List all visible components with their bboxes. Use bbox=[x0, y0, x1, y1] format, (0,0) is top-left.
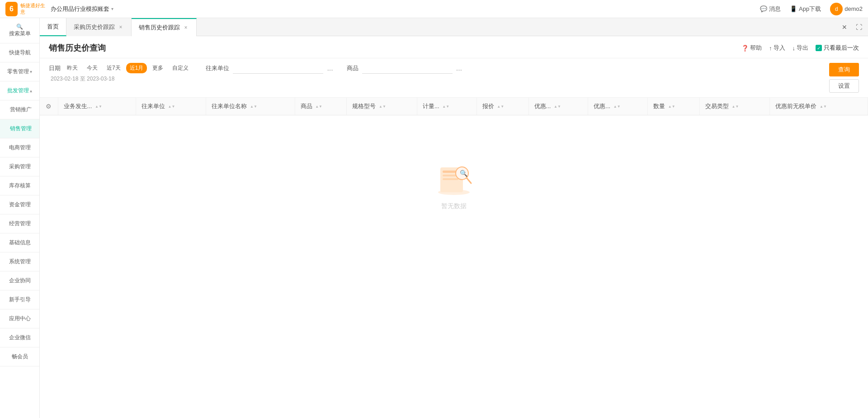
chevron-down-icon: ▾ bbox=[30, 69, 32, 74]
close-sales-tab-btn[interactable]: × bbox=[183, 24, 189, 31]
date-btn-yesterday[interactable]: 昨天 bbox=[63, 63, 81, 73]
partner-input[interactable] bbox=[233, 63, 323, 74]
top-right: 💬 消息 📱 App下载 d demo2 bbox=[760, 3, 863, 15]
sidebar-item-sales-mgmt[interactable]: 销售管理 bbox=[0, 119, 39, 138]
sidebar-item-finance[interactable]: 资金管理 bbox=[0, 195, 39, 214]
sidebar-item-app-center[interactable]: 应用中心 bbox=[0, 309, 39, 328]
export-icon: ↓ bbox=[793, 45, 796, 52]
sort-icon: ▲▼ bbox=[379, 104, 386, 109]
sort-icon: ▲▼ bbox=[250, 104, 257, 109]
action-buttons: 查询 设置 bbox=[829, 63, 859, 93]
sidebar-item-retail[interactable]: 零售管理 ▾ bbox=[0, 62, 39, 81]
messages-btn[interactable]: 💬 消息 bbox=[760, 5, 781, 13]
date-btn-more[interactable]: 更多 bbox=[149, 63, 167, 73]
svg-rect-3 bbox=[443, 175, 456, 176]
maximize-btn[interactable]: ⛶ bbox=[854, 22, 864, 33]
empty-text: 暂无数据 bbox=[441, 202, 467, 210]
date-btn-today[interactable]: 今天 bbox=[83, 63, 101, 73]
sidebar-item-ecommerce[interactable]: 电商管理 bbox=[0, 138, 39, 157]
help-btn[interactable]: ❓ 帮助 bbox=[741, 44, 762, 52]
date-btn-custom[interactable]: 自定义 bbox=[169, 63, 192, 73]
page-title: 销售历史价查询 bbox=[49, 43, 106, 53]
user-menu[interactable]: d demo2 bbox=[830, 3, 863, 15]
sidebar-item-wholesale[interactable]: 批发管理 ▴ bbox=[0, 81, 39, 100]
partner-goods-filters: 往来单位 ... 商品 ... bbox=[206, 63, 816, 74]
sidebar-item-marketing[interactable]: 营销推广 bbox=[0, 100, 39, 119]
logo-text: 畅捷通好生意 bbox=[20, 3, 45, 14]
goods-dots[interactable]: ... bbox=[456, 64, 462, 72]
logo-icon: 6 bbox=[5, 2, 18, 16]
table-col-discount2[interactable]: 优惠... ▲▼ bbox=[588, 98, 648, 115]
company-selector[interactable]: 办公用品行业模拟账套 ▾ bbox=[45, 5, 119, 13]
logo-area: 6 畅捷通好生意 bbox=[5, 2, 45, 16]
table-col-spec[interactable]: 规格型号 ▲▼ bbox=[347, 98, 417, 115]
chevron-up-icon: ▴ bbox=[30, 88, 32, 93]
sort-icon: ▲▼ bbox=[95, 104, 102, 109]
query-button[interactable]: 查询 bbox=[829, 63, 859, 76]
table-col-discount1[interactable]: 优惠... ▲▼ bbox=[528, 98, 588, 115]
table-col-pretax-price[interactable]: 优惠前无税单价 ▲▼ bbox=[770, 98, 868, 115]
export-btn[interactable]: ↓ 导出 bbox=[793, 44, 809, 52]
table-col-quantity[interactable]: 数量 ▲▼ bbox=[648, 98, 700, 115]
sort-icon: ▲▼ bbox=[820, 104, 827, 109]
table-col-trade-type[interactable]: 交易类型 ▲▼ bbox=[699, 98, 769, 115]
date-buttons: 昨天 今天 近7天 近1月 更多 自定义 bbox=[63, 63, 192, 73]
sort-icon: ▲▼ bbox=[668, 104, 675, 109]
sidebar-item-operations[interactable]: 经营管理 bbox=[0, 214, 39, 233]
checkbox-icon: ✓ bbox=[816, 45, 822, 51]
table-col-goods[interactable]: 商品 ▲▼ bbox=[295, 98, 347, 115]
date-filter-group: 日期 昨天 今天 近7天 近1月 更多 自定义 2023-02-18 至 202… bbox=[49, 63, 192, 83]
table-col-partner-name[interactable]: 往来单位名称 ▲▼ bbox=[206, 98, 295, 115]
table-settings-icon[interactable]: ⚙ bbox=[46, 103, 52, 110]
data-table: ⚙ 业务发生... ▲▼ 往来单位 ▲▼ 往来单位名称 bbox=[40, 98, 868, 115]
search-icon: 🔍 bbox=[16, 24, 23, 30]
svg-text:🔍: 🔍 bbox=[460, 170, 468, 177]
sidebar-item-inventory[interactable]: 库存核算 bbox=[0, 176, 39, 195]
close-purchase-tab-btn[interactable]: × bbox=[118, 24, 124, 30]
table-col-partner-code[interactable]: 往来单位 ▲▼ bbox=[136, 98, 206, 115]
avatar: d bbox=[830, 3, 843, 15]
sort-icon: ▲▼ bbox=[613, 104, 621, 109]
help-icon: ❓ bbox=[741, 45, 749, 52]
sort-icon: ▲▼ bbox=[554, 104, 561, 109]
sidebar-item-system[interactable]: 系统管理 bbox=[0, 252, 39, 271]
company-name: 办公用品行业模拟账套 bbox=[51, 5, 109, 13]
sidebar-item-purchase[interactable]: 采购管理 bbox=[0, 157, 39, 176]
sort-icon: ▲▼ bbox=[497, 104, 504, 109]
sidebar-item-shortcuts[interactable]: 快捷导航 bbox=[0, 43, 39, 62]
header-actions: ❓ 帮助 ↑ 导入 ↓ 导出 ✓ 只看最后一 bbox=[741, 44, 859, 52]
only-last-toggle[interactable]: ✓ 只看最后一次 bbox=[816, 44, 859, 52]
sort-icon: ▲▼ bbox=[442, 104, 449, 109]
table-col-quoted-price[interactable]: 报价 ▲▼ bbox=[476, 98, 528, 115]
date-btn-7days[interactable]: 近7天 bbox=[103, 63, 124, 73]
sidebar-item-base-info[interactable]: 基础信息 bbox=[0, 233, 39, 252]
date-btn-1month[interactable]: 近1月 bbox=[126, 63, 147, 73]
tab-purchase-history[interactable]: 采购历史价跟踪 × bbox=[66, 18, 132, 36]
table-area: ⚙ 业务发生... ▲▼ 往来单位 ▲▼ 往来单位名称 bbox=[40, 98, 868, 418]
top-bar: 6 畅捷通好生意 办公用品行业模拟账套 ▾ 💬 消息 📱 App下载 d dem… bbox=[0, 0, 868, 18]
sidebar-item-corp-collab[interactable]: 企业协同 bbox=[0, 271, 39, 290]
partner-dots[interactable]: ... bbox=[327, 64, 333, 72]
goods-input[interactable] bbox=[362, 63, 453, 74]
sidebar-item-corp-wechat[interactable]: 企业微信 bbox=[0, 328, 39, 347]
sort-icon: ▲▼ bbox=[168, 104, 175, 109]
settings-button[interactable]: 设置 bbox=[829, 79, 859, 93]
import-btn[interactable]: ↑ 导入 bbox=[769, 44, 785, 52]
partner-filter: 往来单位 ... bbox=[206, 63, 333, 74]
sidebar-item-guide[interactable]: 新手引导 bbox=[0, 290, 39, 309]
table-col-unit[interactable]: 计量... ▲▼ bbox=[417, 98, 476, 115]
close-all-tabs-btn[interactable]: ✕ bbox=[839, 22, 850, 33]
phone-icon: 📱 bbox=[790, 5, 797, 12]
sidebar-item-member[interactable]: 畅会员 bbox=[0, 347, 39, 366]
sidebar-item-search[interactable]: 🔍 搜索菜单 bbox=[0, 18, 39, 43]
empty-illustration: 🔍 bbox=[431, 161, 476, 197]
app-download-btn[interactable]: 📱 App下载 bbox=[790, 5, 821, 13]
goods-filter: 商品 ... bbox=[347, 63, 462, 74]
tab-home[interactable]: 首页 bbox=[40, 18, 66, 36]
message-icon: 💬 bbox=[760, 5, 767, 12]
content-area: 首页 采购历史价跟踪 × 销售历史价跟踪 × ✕ ⛶ 销售历史价查询 bbox=[40, 18, 868, 418]
sort-icon: ▲▼ bbox=[315, 104, 322, 109]
tab-sales-history[interactable]: 销售历史价跟踪 × bbox=[132, 18, 197, 36]
table-col-biz-date[interactable]: 业务发生... ▲▼ bbox=[58, 98, 136, 115]
table-col-gear: ⚙ bbox=[40, 98, 58, 115]
